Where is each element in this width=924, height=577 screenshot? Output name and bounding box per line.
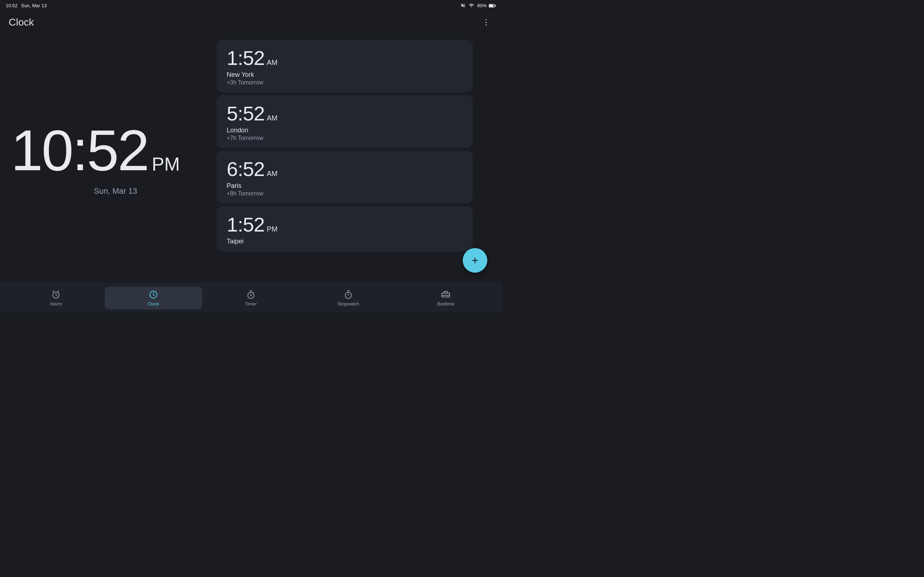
stopwatch-icon: [343, 290, 353, 300]
clock-city: London: [227, 127, 463, 134]
clock-card-time: 1:52 PM: [227, 213, 463, 236]
battery-display: 80%: [477, 3, 496, 8]
clock-card-paris: 6:52 AM Paris +8h Tomorrow: [216, 151, 473, 203]
nav-item-stopwatch[interactable]: Stopwatch: [300, 287, 397, 309]
clock-card-time: 6:52 AM: [227, 157, 463, 181]
bedtime-nav-label: Bedtime: [437, 301, 454, 306]
clock-period: AM: [267, 58, 278, 67]
alarm-nav-label: Alarm: [50, 301, 62, 306]
clock-diff: +8h Tomorrow: [227, 190, 463, 197]
clock-card-london: 5:52 AM London +7h Tomorrow: [216, 95, 473, 148]
clock-city: New York: [227, 71, 463, 79]
clock-city: Paris: [227, 182, 463, 190]
clock-card-taipei: 1:52 PM Taipei: [216, 206, 473, 252]
clock-diff: +3h Tomorrow: [227, 79, 463, 86]
clock-digits: 1:52: [227, 213, 265, 236]
overflow-menu-button[interactable]: ⋮: [479, 15, 493, 30]
app-bar-actions: ⋮: [479, 15, 493, 30]
app-bar: Clock ⋮: [0, 11, 502, 34]
mute-icon: [460, 3, 465, 8]
clock-digits: 5:52: [227, 102, 265, 125]
battery-icon: [489, 3, 496, 8]
clock-digits: 6:52: [227, 157, 265, 181]
timer-nav-label: Timer: [245, 301, 257, 306]
clock-period: AM: [267, 114, 278, 122]
main-time-period: PM: [152, 155, 180, 174]
wifi-icon: [468, 3, 474, 8]
alarm-icon: [51, 290, 61, 300]
main-time-display: 10:52 PM: [11, 121, 180, 179]
add-clock-fab[interactable]: +: [463, 248, 487, 272]
main-date: Sun, Mar 13: [94, 187, 137, 196]
status-icons: 80%: [460, 3, 496, 8]
stopwatch-nav-label: Stopwatch: [338, 301, 360, 306]
world-clocks-list: 1:52 AM New York +3h Tomorrow 5:52 AM Lo…: [216, 40, 473, 280]
clock-period: AM: [267, 169, 278, 178]
app-title: Clock: [9, 16, 34, 28]
clock-nav-icon: [149, 290, 158, 300]
clock-card-new york: 1:52 AM New York +3h Tomorrow: [216, 40, 473, 92]
main-time-digits: 10:52: [11, 121, 148, 179]
nav-item-clock[interactable]: Clock: [105, 287, 202, 309]
nav-item-alarm[interactable]: Alarm: [7, 287, 105, 309]
status-date: Sun, Mar 13: [21, 3, 47, 8]
svg-rect-7: [442, 293, 450, 297]
clock-card-time: 5:52 AM: [227, 102, 463, 125]
clock-card-time: 1:52 AM: [227, 46, 463, 69]
svg-rect-2: [489, 5, 493, 7]
clock-diff: +7h Tomorrow: [227, 135, 463, 141]
bedtime-icon: [441, 290, 451, 300]
clock-period: PM: [267, 225, 278, 233]
clock-city: Taipei: [227, 238, 463, 245]
clock-nav-label: Clock: [148, 301, 160, 306]
main-clock: 10:52 PM Sun, Mar 13: [7, 34, 220, 284]
timer-icon: [246, 290, 256, 300]
clock-digits: 1:52: [227, 46, 265, 69]
status-time: 10:52: [6, 3, 18, 8]
status-bar: 10:52 Sun, Mar 13 80%: [0, 0, 502, 11]
nav-item-bedtime[interactable]: Bedtime: [397, 287, 494, 309]
svg-rect-1: [495, 5, 496, 6]
bottom-nav: Alarm Clock Timer: [0, 284, 502, 312]
nav-item-timer[interactable]: Timer: [202, 287, 300, 309]
